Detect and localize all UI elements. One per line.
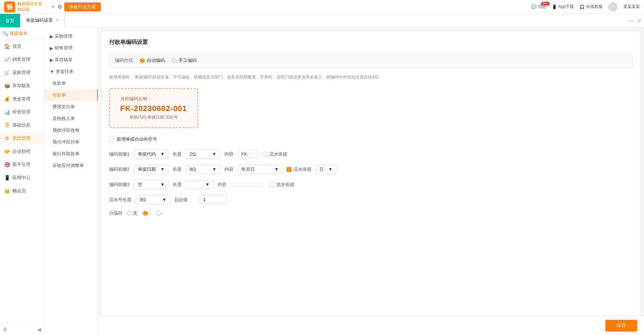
vip-icon: 👑 xyxy=(4,188,10,194)
sep-dash-circle xyxy=(156,211,161,216)
prefix1-serial-checkbox[interactable] xyxy=(262,152,267,157)
manual-encode-radio-circle xyxy=(172,58,176,63)
app-download-button[interactable]: 📱 App下载 xyxy=(552,4,574,10)
inventory-icon: 📦 xyxy=(4,83,10,89)
prefix3-serial-check: 流水依据 xyxy=(269,182,294,188)
prefix1-length-select[interactable]: 2位 ▼ xyxy=(186,149,220,159)
submenu-group-finance: ▼ 资金往来 收款单 付款单 费用支出单 其他收入单 预收冲应收单 预付冲应付单… xyxy=(44,66,98,171)
chevron-right-icon: ▶ xyxy=(50,46,53,51)
right-panel: 付款单编码设置 编码方式 自动编码 手工编码 xyxy=(98,28,644,335)
preview-code: FK-20230602-001 xyxy=(120,104,187,113)
prefix3-chevron-icon: ▼ xyxy=(160,182,165,187)
finance-icon: 💰 xyxy=(4,96,10,102)
sidebar: 🔍 搜索菜单 🏠 首页 📈 销售管理 🛒 采购管理 📦 库存核算 💰 资金管理 … xyxy=(0,28,44,335)
manual-encode-radio[interactable]: 手工编码 xyxy=(172,57,196,64)
prefix1-label: 编码前缀1 xyxy=(109,151,130,157)
form-row-prefix2: 编码前缀2 单据日期 ▼ 长度 8位 ▼ 内容 年月日 ▼ xyxy=(109,165,633,174)
sidebar-item-basic-label: 基础信息 xyxy=(12,122,30,128)
auto-encode-radio[interactable]: 自动编码 xyxy=(140,57,165,64)
submenu-finance-title[interactable]: ▼ 资金往来 xyxy=(44,66,98,77)
apps-icon: 📱 xyxy=(4,175,10,180)
submenu-stock-title[interactable]: ▶ 库存核算 xyxy=(44,54,98,66)
tab-home-label: 首页 xyxy=(6,18,15,24)
submenu-item-adjust[interactable]: 应收应付调整单 xyxy=(44,160,98,171)
prefix2-length-select[interactable]: 8位 ▼ xyxy=(186,165,220,174)
sep-none-radio[interactable]: 无 xyxy=(127,210,137,216)
sidebar-settings-icon[interactable]: ⚙ xyxy=(3,327,7,332)
separator-label: 分隔符 xyxy=(109,210,123,216)
prefix3-length-chevron-icon: ▼ xyxy=(205,182,210,187)
submenu-group-sales: ▶ 销售管理 xyxy=(44,42,98,54)
prefix2-period-select[interactable]: 日 ▼ xyxy=(316,165,336,174)
sidebar-item-home[interactable]: 🏠 首页 xyxy=(0,40,44,53)
auto-fill-checkbox[interactable] xyxy=(109,137,114,142)
prefix3-serial-checkbox[interactable] xyxy=(269,182,274,187)
tab-close-icon[interactable]: × xyxy=(56,18,59,23)
start-value-input[interactable] xyxy=(199,195,227,204)
sep-dot-label: · xyxy=(149,211,151,216)
tab-home[interactable]: 首页 xyxy=(0,14,20,27)
sidebar-item-guide[interactable]: 🎯 新手引导 xyxy=(0,158,44,171)
sep-dash-radio[interactable]: · xyxy=(156,211,164,216)
system-icon: ⚙ xyxy=(4,136,10,141)
company-dropdown[interactable]: ▼ xyxy=(51,4,55,9)
info-text: 新增单据时，'单据编码'自动生成，不可编辑。前缀设置为部门、业务员等档案类，开单… xyxy=(109,74,633,81)
separator-options: 无 · · xyxy=(127,210,163,216)
sep-dot-radio[interactable]: · xyxy=(143,211,151,216)
save-button[interactable]: 保存 xyxy=(605,320,637,332)
prefix3-label: 编码前缀3 xyxy=(109,182,130,188)
tab-maximize-icon[interactable]: ⤢ xyxy=(637,17,641,24)
prefix3-serial-label: 流水依据 xyxy=(276,182,294,188)
sidebar-item-finance[interactable]: 💰 资金管理 xyxy=(0,92,44,105)
sidebar-item-operations[interactable]: 📊 经营管理 xyxy=(0,105,44,119)
sidebar-item-enterprise[interactable]: 🤝 企业协同 xyxy=(0,145,44,158)
prefix3-select[interactable]: 空 ▼ xyxy=(134,180,169,189)
sidebar-item-vip[interactable]: 👑 畅会员 xyxy=(0,184,44,197)
submenu-group-purchase: ▶ 采购管理 xyxy=(44,30,98,42)
prefix1-content-value: FK xyxy=(238,150,258,158)
prefix2-select[interactable]: 单据日期 ▼ xyxy=(134,165,169,174)
submenu-item-receipt[interactable]: 收款单 xyxy=(44,77,98,89)
top-bar: 畅 畅捷通好生意 旗品版 ▼ ⚙ 体验行业方案 💬 消息 99+ 📱 App下载… xyxy=(0,0,644,14)
submenu-item-expense[interactable]: 费用支出单 xyxy=(44,101,98,113)
prefix2-length-label: 长度 xyxy=(173,166,182,173)
submenu-item-prepay-collect[interactable]: 预收冲应收单 xyxy=(44,124,98,136)
sidebar-item-apps[interactable]: 📱 应用中心 xyxy=(0,171,44,184)
encode-method-label: 编码方式 xyxy=(115,57,133,64)
submenu-item-other-income[interactable]: 其他收入单 xyxy=(44,113,98,124)
submenu-item-bank[interactable]: 银行存取款单 xyxy=(44,148,98,160)
prefix2-length-chevron-icon: ▼ xyxy=(212,167,217,172)
sidebar-item-purchase[interactable]: 🛒 采购管理 xyxy=(0,66,44,79)
submenu-item-prepay-pay[interactable]: 预付冲应付单 xyxy=(44,136,98,148)
prefix2-label: 编码前缀2 xyxy=(109,166,130,173)
cta-button[interactable]: 体验行业方案 xyxy=(64,2,101,11)
prefix2-serial-checkbox[interactable]: ✓ xyxy=(287,167,291,172)
serial-length-select[interactable]: 3位 ▼ xyxy=(136,195,170,205)
avatar xyxy=(608,2,618,12)
tab-encode-settings[interactable]: 单据编码设置 × xyxy=(20,14,65,28)
submenu-sales-title[interactable]: ▶ 销售管理 xyxy=(44,42,98,54)
sidebar-item-sales-label: 销售管理 xyxy=(12,56,30,63)
sidebar-item-inventory[interactable]: 📦 库存核算 xyxy=(0,79,44,92)
sidebar-item-system[interactable]: ⚙ 系统管理 xyxy=(0,132,44,145)
form-row-prefix1: 编码前缀1 单据代码 ▼ 长度 2位 ▼ 内容 FK 流水依据 xyxy=(109,149,633,159)
purchase-icon: 🛒 xyxy=(4,70,10,75)
submenu-item-payment[interactable]: 付款单 xyxy=(44,89,98,101)
prefix1-serial-label: 流水依据 xyxy=(269,151,287,157)
online-service-button[interactable]: 🎧 在线客服 xyxy=(579,4,603,10)
search-menu[interactable]: 🔍 搜索菜单 xyxy=(0,28,44,40)
content-inner: 付款单编码设置 编码方式 自动编码 手工编码 xyxy=(102,32,640,316)
sidebar-item-sales[interactable]: 📈 销售管理 xyxy=(0,53,44,66)
tab-minimize-icon[interactable]: — xyxy=(628,18,634,24)
settings-icon[interactable]: ⚙ xyxy=(57,3,62,10)
serial-length-row: 流水号长度 3位 ▼ 起始值 xyxy=(109,195,633,205)
message-button[interactable]: 💬 消息 99+ xyxy=(531,4,546,10)
submenu-purchase-title[interactable]: ▶ 采购管理 xyxy=(44,30,98,42)
prefix2-content-select[interactable]: 年月日 ▼ xyxy=(238,165,282,174)
prefix1-select[interactable]: 单据代码 ▼ xyxy=(134,149,169,159)
prefix3-length-select[interactable]: ▼ xyxy=(186,180,213,189)
separator-row: 分隔符 无 · · xyxy=(109,210,633,216)
sidebar-item-basic[interactable]: 🗄 基础信息 xyxy=(0,119,44,132)
sidebar-collapse-icon[interactable]: ◀ xyxy=(37,327,41,332)
encode-method-row: 编码方式 自动编码 手工编码 xyxy=(109,53,633,68)
